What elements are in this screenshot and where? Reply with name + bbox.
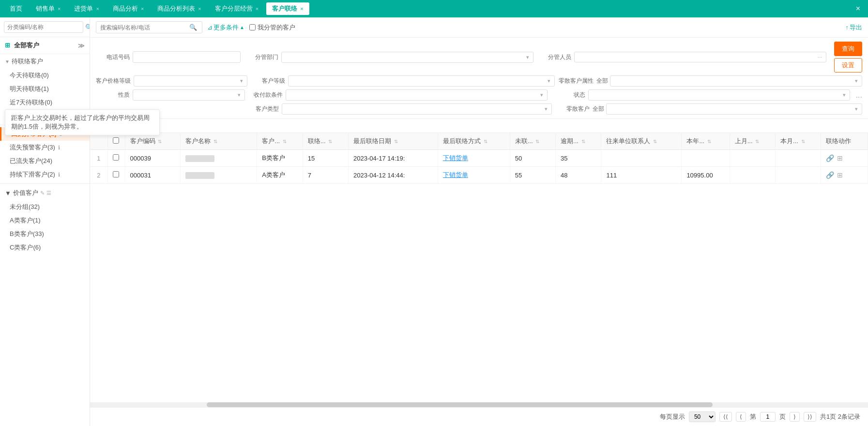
table-empty-space xyxy=(90,184,868,402)
row-1-method: 下销货单 xyxy=(438,150,510,167)
sidebar-item-today[interactable]: 今天待联络(0) xyxy=(0,69,90,82)
sidebar-all-customers-header: ⊞ 全部客户 ≫ xyxy=(0,37,90,54)
sort-lastmonth-icon[interactable]: ⇅ xyxy=(755,139,759,144)
row-1-unreplied: 50 xyxy=(510,150,555,167)
sidebar-item-classC[interactable]: C类客户(6) xyxy=(0,241,90,254)
sidebar-item-continuous-decline[interactable]: 持续下滑客户(2) ℹ xyxy=(0,168,90,181)
retail-attr-arrow: ▾ xyxy=(855,78,858,84)
sidebar-item-ungrouped[interactable]: 未分组(32) xyxy=(0,200,90,214)
retail-select[interactable]: ▾ xyxy=(606,103,863,115)
more-dots[interactable]: ... xyxy=(856,91,862,100)
sort-method-icon[interactable]: ⇅ xyxy=(484,139,487,144)
search-button[interactable]: 查询 xyxy=(834,42,862,56)
sort-overdue-icon[interactable]: ⇅ xyxy=(581,139,585,144)
row-2-link-icon[interactable]: 🔗 xyxy=(826,171,834,179)
per-page-select[interactable]: 50 20 100 xyxy=(689,411,716,422)
table-header-row: 客户编码 ⇅ 客户名称 ⇅ 客户... ⇅ 联络... xyxy=(90,133,868,150)
search-input-wrap: 🔍 xyxy=(96,21,202,33)
dept-select[interactable]: ▾ xyxy=(281,52,533,63)
sidebar-item-7days[interactable]: 近7天待联络(0) xyxy=(0,96,90,109)
sidebar-collapse-icon[interactable]: ≫ xyxy=(78,42,85,49)
retail-attr-select[interactable]: ▾ xyxy=(610,75,862,87)
my-customers-checkbox-label[interactable]: 我分管的客户 xyxy=(249,23,295,32)
row-1-method-link[interactable]: 下销货单 xyxy=(443,154,468,162)
sort-type-icon[interactable]: ⇅ xyxy=(283,139,287,144)
close-customer-contact-tab[interactable]: × xyxy=(300,6,303,12)
row-1-select[interactable] xyxy=(113,154,119,161)
customer-type-select[interactable]: ▾ xyxy=(282,103,552,115)
close-product-analysis-tab[interactable]: × xyxy=(141,6,144,12)
row-2-method: 下销货单 xyxy=(438,167,510,184)
nav-customer-contact[interactable]: 客户联络 × xyxy=(266,2,309,15)
search-input[interactable] xyxy=(100,24,187,31)
filter-icon: ⊿ xyxy=(207,24,213,31)
edit-icon[interactable]: ✎ xyxy=(40,190,45,196)
sort-unreplied-icon[interactable]: ⇅ xyxy=(535,139,539,144)
sidebar-item-tomorrow[interactable]: 明天待联络(1) xyxy=(0,82,90,96)
page-input[interactable] xyxy=(760,412,776,422)
row-1-grid-icon[interactable]: ⊞ xyxy=(837,154,843,162)
manager-select[interactable]: ··· xyxy=(574,52,826,62)
gender-select[interactable]: ▾ xyxy=(133,89,245,101)
first-page-btn[interactable]: ⟨⟨ xyxy=(719,412,732,422)
nav-product-list[interactable]: 商品分析列表 × xyxy=(152,2,207,15)
row-2-grid-icon[interactable]: ⊞ xyxy=(837,171,843,179)
select-all-checkbox[interactable] xyxy=(113,137,119,144)
nav-customer-tier[interactable]: 客户分层经营 × xyxy=(209,2,264,15)
sort-year-icon[interactable]: ⇅ xyxy=(707,139,711,144)
sidebar-search-input[interactable] xyxy=(4,21,83,33)
more-conditions-btn[interactable]: ⊿ 更多条件 ▲ xyxy=(207,23,244,32)
col-last-month: 上月... ⇅ xyxy=(730,133,775,150)
row-2-year: 10995.00 xyxy=(682,167,730,184)
sort-name-icon[interactable]: ⇅ xyxy=(213,139,217,144)
payment-select[interactable]: ▾ xyxy=(286,89,548,101)
sort-thismonth-icon[interactable]: ⇅ xyxy=(801,139,805,144)
scrollbar-thumb[interactable] xyxy=(207,402,713,407)
row-1-link-icon[interactable]: 🔗 xyxy=(826,154,834,162)
customer-level-arrow: ▾ xyxy=(548,78,550,84)
col-customer-type: 客户... ⇅ xyxy=(257,133,303,150)
search-icon-main[interactable]: 🔍 xyxy=(189,24,197,31)
settings-button[interactable]: 设置 xyxy=(834,58,862,73)
sidebar-item-classB[interactable]: B类客户(33) xyxy=(0,227,90,241)
sidebar-search-icon[interactable]: 🔍 xyxy=(85,24,90,31)
sort-code-icon[interactable]: ⇅ xyxy=(158,139,162,144)
customer-level-select[interactable]: ▾ xyxy=(288,75,555,87)
sidebar-item-already-lost[interactable]: 已流失客户(24) xyxy=(0,154,90,168)
row-1-type: B类客户 xyxy=(257,150,303,167)
sidebar-pending-contact-group[interactable]: ▼ 待联络客户 xyxy=(0,54,90,69)
my-customers-checkbox[interactable] xyxy=(249,24,256,30)
nav-purchase[interactable]: 进货单 × xyxy=(68,2,105,15)
table-area: ⚙ 客户编码 ⇅ 客户名称 ⇅ xyxy=(90,119,868,407)
sidebar-item-lost-preview[interactable]: 流失预警客户(3) ℹ xyxy=(0,141,90,154)
nav-product-analysis[interactable]: 商品分析 × xyxy=(107,2,150,15)
status-select[interactable]: ▾ xyxy=(588,89,850,101)
prev-page-btn[interactable]: ⟨ xyxy=(736,412,746,422)
close-purchase-tab[interactable]: × xyxy=(96,6,99,12)
page-unit: 页 xyxy=(779,412,786,421)
row-2-method-link[interactable]: 下销货单 xyxy=(443,171,468,178)
nav-home[interactable]: 首页 xyxy=(4,2,28,15)
close-product-list-tab[interactable]: × xyxy=(198,6,201,12)
close-sales-tab[interactable]: × xyxy=(58,6,61,12)
col-action: 联络动作 xyxy=(821,133,868,150)
sort-date-icon[interactable]: ⇅ xyxy=(394,139,398,144)
next-page-btn[interactable]: ⟩ xyxy=(790,412,800,422)
edit-icon-2[interactable]: ☰ xyxy=(46,190,51,196)
horizontal-scrollbar[interactable] xyxy=(90,402,868,407)
top-navigation: 首页 销售单 × 进货单 × 商品分析 × 商品分析列表 × 客户分层经营 × … xyxy=(0,0,868,17)
content-area: 🔍 ⊿ 更多条件 ▲ 我分管的客户 ↑ 导出 电话号码 xyxy=(90,17,868,426)
price-level-select[interactable]: ▾ xyxy=(134,75,247,87)
row-2-contact: 7 xyxy=(303,167,348,184)
row-2-select[interactable] xyxy=(113,171,119,177)
last-page-btn[interactable]: ⟩⟩ xyxy=(804,412,816,422)
sidebar-item-classA[interactable]: A类客户(1) xyxy=(0,214,90,227)
close-customer-tier-tab[interactable]: × xyxy=(256,6,259,12)
window-close-button[interactable]: × xyxy=(852,2,864,15)
sort-contact-icon[interactable]: ⇅ xyxy=(328,139,332,144)
sidebar-value-customer-group[interactable]: ▼ 价值客户 ✎ ☰ xyxy=(0,186,90,200)
export-button[interactable]: ↑ 导出 xyxy=(846,23,863,32)
sort-unit-icon[interactable]: ⇅ xyxy=(653,139,657,144)
nav-sales[interactable]: 销售单 × xyxy=(30,2,66,15)
phone-input[interactable] xyxy=(133,51,241,63)
